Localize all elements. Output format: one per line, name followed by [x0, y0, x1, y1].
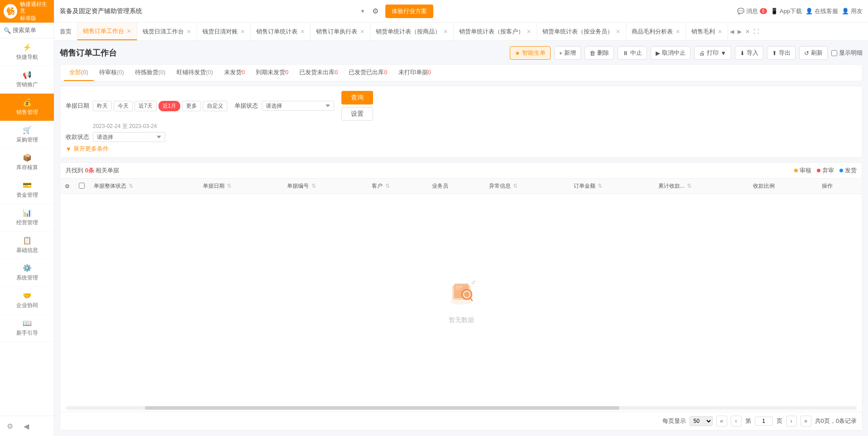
tab-scroll-left[interactable]: ◀ [728, 23, 736, 40]
page-prev-btn[interactable]: ‹ [731, 416, 742, 427]
sort-number-icon[interactable]: ⇅ [312, 183, 316, 189]
sidebar-nav-item-cooperation[interactable]: 🤝 企业协同 [0, 287, 54, 314]
page-input[interactable] [755, 417, 773, 426]
topbar-gear-icon[interactable]: ⚙ [369, 5, 382, 18]
sidebar-nav-item-basic[interactable]: 📋 基础信息 [0, 232, 54, 259]
status-select[interactable]: 请选择 [262, 101, 334, 111]
tab-cash-daily[interactable]: 钱货日清工作台 ✕ [137, 23, 197, 40]
filter-tab-unshipped[interactable]: 未发货0 [219, 65, 250, 81]
filter-tab-shipped-not-out[interactable]: 已发货未出库0 [294, 65, 343, 81]
sidebar-nav-item-guide[interactable]: 📖 新手引导 [0, 314, 54, 342]
tab-sales-workbench[interactable]: 销售订单工作台 ✕ [77, 23, 137, 40]
sidebar-nav-item-marketing[interactable]: 📢 营销推广 [0, 66, 54, 94]
expand-more-btn[interactable]: ▼ 展开更多条件 [66, 145, 857, 153]
tab-close-sales-stats[interactable]: ✕ [300, 28, 305, 35]
app-download-btn[interactable]: 📱 App下载 [771, 7, 802, 15]
date-btn-more[interactable]: 更多 [182, 101, 201, 111]
settings-bottom-icon[interactable]: ⚙ [4, 420, 16, 432]
date-btn-today[interactable]: 今天 [114, 101, 133, 111]
sidebar-nav-item-system[interactable]: ⚙️ 系统管理 [0, 259, 54, 287]
tab-close-margin[interactable]: ✕ [676, 28, 680, 35]
tab-close-cash-daily[interactable]: ✕ [187, 28, 191, 35]
set-btn[interactable]: 设置 [341, 107, 373, 121]
tab-close-profit[interactable]: ✕ [718, 28, 722, 35]
filter-tab-pending-inspect[interactable]: 待拣验货(0) [129, 65, 171, 81]
tab-margin[interactable]: 商品毛利分析表 ✕ [626, 23, 686, 40]
sidebar-search[interactable]: 🔍 搜索菜单 [0, 23, 54, 38]
collapse-icon[interactable]: ◀ [20, 420, 33, 432]
tab-cash-reconcile[interactable]: 钱货日清对账 ✕ [197, 23, 251, 40]
export-btn[interactable]: ⬆ 导出 [767, 46, 796, 60]
sidebar-nav-item-finance[interactable]: 💳 资金管理 [0, 176, 54, 204]
tab-profit[interactable]: 销售毛利 ✕ [686, 23, 728, 40]
sort-amount-icon[interactable]: ⇅ [598, 183, 602, 189]
industry-btn[interactable]: 体验行业方案 [385, 5, 433, 18]
scrollbar-thumb[interactable] [145, 406, 619, 410]
show-detail-checkbox[interactable] [831, 50, 837, 56]
online-service-btn[interactable]: 👤 在线客服 [806, 7, 838, 15]
tab-expand[interactable]: ⛶ [752, 23, 761, 40]
tab-sales-stats[interactable]: 销售订单统计表 ✕ [251, 23, 311, 40]
filter-tab-wang-pending[interactable]: 旺铺待发货(0) [171, 65, 219, 81]
finance-icon: 💳 [23, 181, 32, 190]
tab-close-sales-exec[interactable]: ✕ [360, 28, 364, 35]
cancel-pause-btn[interactable]: ▶ 取消中止 [651, 46, 691, 60]
page-next-btn[interactable]: › [786, 416, 797, 427]
query-btn[interactable]: 查询 [341, 91, 373, 104]
sidebar-nav-item-quick[interactable]: ⚡ 快捷导航 [0, 38, 54, 66]
page-first-btn[interactable]: « [716, 416, 727, 427]
filter-tab-shipped-out[interactable]: 已发货已出库0 [343, 65, 393, 81]
date-btn-yesterday[interactable]: 昨天 [93, 101, 112, 111]
tab-home[interactable]: 首页 [54, 23, 77, 40]
cancel-review-btn[interactable]: 弃审 [817, 166, 834, 175]
tab-scroll-right[interactable]: ▶ [736, 23, 743, 40]
per-page-select[interactable]: 50 100 200 [690, 416, 713, 426]
tab-sales-exec[interactable]: 销售订单执行表 ✕ [311, 23, 370, 40]
sidebar-nav-item-operation[interactable]: 📊 经营管理 [0, 204, 54, 232]
sort-date-icon[interactable]: ⇅ [227, 183, 231, 189]
sort-status-icon[interactable]: ⇅ [129, 183, 133, 189]
sidebar-nav-item-inventory[interactable]: 📦 库存核算 [0, 149, 54, 176]
tab-close-customer[interactable]: ✕ [527, 28, 531, 35]
total-label: 共0页，0条记录 [815, 417, 857, 425]
add-btn[interactable]: + 新增 [554, 46, 581, 60]
import-btn[interactable]: ⬇ 导入 [735, 46, 763, 60]
user-menu-btn[interactable]: 👤 用友 [842, 7, 863, 15]
print-btn[interactable]: 🖨 打印 ▼ [694, 46, 731, 60]
cooperation-icon: 🤝 [23, 291, 32, 300]
filter-tab-overdue-unshipped[interactable]: 到期未发货0 [250, 65, 294, 81]
refresh-btn[interactable]: ↺ 刷新 [799, 46, 828, 60]
scrollbar-track[interactable] [66, 406, 857, 410]
tab-close-cash-reconcile[interactable]: ✕ [240, 28, 245, 35]
ship-btn[interactable]: 发货 [839, 166, 857, 175]
review-btn[interactable]: 审核 [794, 166, 811, 175]
page-label: 第 [745, 417, 751, 425]
tab-sales-by-product[interactable]: 销货单统计表（按商品） ✕ [370, 23, 454, 40]
tab-sales-by-staff[interactable]: 销货单统计表（按业务员） ✕ [537, 23, 626, 40]
pause-btn[interactable]: ⏸ 中止 [618, 46, 647, 60]
col-settings: ⚙ [60, 179, 74, 194]
sidebar-nav-item-purchase[interactable]: 🛒 采购管理 [0, 121, 54, 149]
filter-tab-all[interactable]: 全部(0) [64, 65, 94, 81]
filter-tab-unprinted[interactable]: 未打印单据0 [393, 65, 436, 81]
smart-create-btn[interactable]: ★ 智能生单 [510, 46, 551, 60]
sort-received-icon[interactable]: ⇅ [687, 183, 691, 189]
date-btn-1month[interactable]: 近1月 [158, 101, 181, 111]
sort-abnormal-icon[interactable]: ⇅ [513, 183, 518, 189]
sort-customer-icon[interactable]: ⇅ [385, 183, 390, 189]
message-btn[interactable]: 💬 消息 6 [737, 7, 767, 15]
tab-close-staff[interactable]: ✕ [616, 28, 620, 35]
date-btn-7days[interactable]: 近7天 [134, 101, 157, 111]
payment-select[interactable]: 请选择 [93, 132, 165, 142]
delete-btn[interactable]: 🗑 删除 [585, 46, 614, 60]
sidebar-nav-item-sales[interactable]: 💰 销售管理 [0, 94, 54, 121]
tab-close-product[interactable]: ✕ [443, 28, 448, 35]
tab-sales-by-customer[interactable]: 销货单统计表（按客户） ✕ [454, 23, 537, 40]
page-last-btn[interactable]: » [801, 416, 811, 427]
topbar-chevron-icon[interactable]: ▼ [360, 8, 365, 14]
date-btn-custom[interactable]: 自定义 [203, 101, 227, 111]
filter-tab-pending-review[interactable]: 待审核(0) [94, 65, 129, 81]
check-all[interactable] [79, 183, 85, 189]
tab-close-all[interactable]: ✕ [743, 23, 752, 40]
tab-close-sales-workbench[interactable]: ✕ [127, 28, 131, 34]
